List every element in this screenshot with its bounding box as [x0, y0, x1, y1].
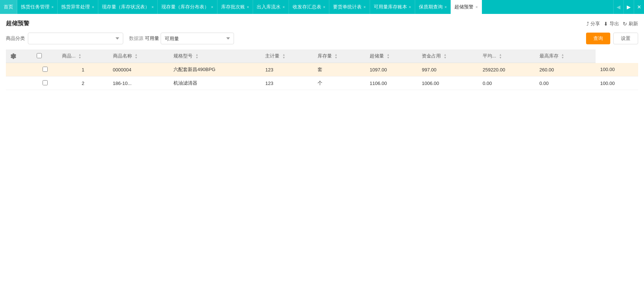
- th-capital[interactable]: 资金占用 ▲▼: [417, 49, 478, 63]
- cell-product-code: 0000004: [109, 63, 169, 77]
- nav-arrows: ◀ ▶ ✕: [613, 0, 644, 14]
- datasource-filter: 数据源 可用量 可用量 库存量: [129, 33, 234, 44]
- th-max-stock[interactable]: 最高库存 ▲▼: [535, 49, 596, 63]
- sort-icon-capital: ▲▼: [444, 53, 447, 59]
- sort-icon-unit: ▲▼: [282, 53, 285, 59]
- th-product-code[interactable]: 商品... ▲▼: [58, 49, 108, 63]
- settings-button[interactable]: 设置: [613, 33, 638, 44]
- cell-max-stock: 100.00: [596, 77, 638, 90]
- category-filter: 商品分类: [6, 33, 123, 44]
- nav-arrow-right[interactable]: ▶: [623, 0, 634, 14]
- nav-close-task-mgmt[interactable]: ×: [51, 5, 54, 9]
- gear-icon[interactable]: [10, 53, 16, 59]
- nav-close-abnormal[interactable]: ×: [92, 5, 94, 9]
- sort-icon-overstock: ▲▼: [387, 53, 390, 59]
- export-button[interactable]: ⬇ 导出: [604, 21, 619, 27]
- cell-spec: 123: [261, 63, 313, 77]
- th-capital-label: 资金占用: [422, 53, 441, 59]
- cell-row-num: 1: [58, 63, 108, 77]
- th-spec-label: 规格型号: [173, 53, 193, 59]
- nav-item-expiry[interactable]: 保质期查询 ×: [415, 0, 451, 14]
- cell-max-stock: 100.00: [596, 63, 638, 77]
- nav-item-home[interactable]: 首页: [0, 0, 17, 14]
- cell-overstock: 1006.00: [417, 77, 478, 90]
- nav-close-flow[interactable]: ×: [282, 5, 285, 9]
- nav-item-abnormal[interactable]: 拣货异常处理 ×: [58, 0, 98, 14]
- nav-close-collect[interactable]: ×: [323, 5, 325, 9]
- nav-arrow-close[interactable]: ✕: [634, 0, 644, 14]
- th-avg[interactable]: 平均... ▲▼: [478, 49, 535, 63]
- refresh-icon: ↻: [623, 21, 627, 27]
- th-product-name[interactable]: 商品名称 ▲▼: [109, 49, 169, 63]
- table-row: 10000004六配套新昌490BPG123套1097.00997.002592…: [6, 63, 638, 77]
- cell-product-name: 六配套新昌490BPG: [169, 63, 261, 77]
- nav-item-available[interactable]: 可用量库存账本 ×: [370, 0, 415, 14]
- page-actions: ⤴ 分享 ⬇ 导出 ↻ 刷新: [586, 21, 638, 27]
- nav-arrow-left[interactable]: ◀: [613, 0, 623, 14]
- nav-item-order-stat[interactable]: 要货单统计表 ×: [329, 0, 370, 14]
- nav-close-overstock[interactable]: ×: [475, 5, 477, 9]
- row-select-checkbox[interactable]: [43, 67, 48, 72]
- nav-item-stock-status[interactable]: 现存量（库存状况表） ×: [98, 0, 158, 14]
- top-nav: 首页拣货任务管理 ×拣货异常处理 ×现存量（库存状况表） ×现存量（库存分布表）…: [0, 0, 644, 14]
- datasource-label: 数据源: [129, 35, 143, 42]
- export-icon: ⬇: [604, 21, 608, 27]
- cell-checkbox: [32, 77, 58, 90]
- nav-close-available[interactable]: ×: [409, 5, 411, 9]
- filter-actions: 查询 设置: [586, 33, 638, 44]
- nav-item-collect[interactable]: 收发存汇总表 ×: [289, 0, 329, 14]
- nav-close-stock-dist[interactable]: ×: [211, 5, 213, 9]
- cell-checkbox: [32, 63, 58, 77]
- datasource-select[interactable]: 可用量 库存量: [161, 33, 234, 44]
- data-table-wrap: 商品... ▲▼ 商品名称 ▲▼ 规格型号 ▲▼ 主计量 ▲▼: [6, 49, 638, 90]
- cell-product-code: 186-10...: [109, 77, 169, 90]
- page-container: 超储预警 ⤴ 分享 ⬇ 导出 ↻ 刷新 商品分类 数据源 可用量: [0, 14, 644, 293]
- sort-icon-max-stock: ▲▼: [561, 53, 564, 59]
- sort-icon-stock: ▲▼: [334, 53, 337, 59]
- refresh-button[interactable]: ↻ 刷新: [623, 21, 638, 27]
- nav-item-flow[interactable]: 出入库流水 ×: [253, 0, 289, 14]
- th-overstock-label: 超储量: [370, 53, 384, 59]
- nav-close-order-stat[interactable]: ×: [363, 5, 366, 9]
- cell-capital: 259220.00: [478, 63, 535, 77]
- sort-icon-spec: ▲▼: [195, 53, 198, 59]
- th-max-stock-label: 最高库存: [539, 53, 559, 59]
- sort-icon-product-name: ▲▼: [135, 53, 138, 59]
- nav-close-batch[interactable]: ×: [247, 5, 249, 9]
- table-body: 10000004六配套新昌490BPG123套1097.00997.002592…: [6, 63, 638, 90]
- nav-item-stock-dist[interactable]: 现存量（库存分布表） ×: [158, 0, 217, 14]
- th-gear: [6, 49, 32, 63]
- th-stock[interactable]: 库存量 ▲▼: [313, 49, 365, 63]
- th-spec[interactable]: 规格型号 ▲▼: [169, 49, 261, 63]
- nav-close-expiry[interactable]: ×: [444, 5, 447, 9]
- share-button[interactable]: ⤴ 分享: [586, 21, 600, 27]
- datasource-value: 可用量: [145, 35, 159, 42]
- th-checkbox: [32, 49, 58, 63]
- cell-stock: 1106.00: [365, 77, 417, 90]
- row-select-checkbox[interactable]: [43, 80, 48, 85]
- th-overstock[interactable]: 超储量 ▲▼: [365, 49, 417, 63]
- th-unit[interactable]: 主计量 ▲▼: [261, 49, 313, 63]
- nav-item-batch[interactable]: 库存批次账 ×: [217, 0, 253, 14]
- filter-bar: 商品分类 数据源 可用量 可用量 库存量 查询 设置: [6, 33, 638, 44]
- share-icon: ⤴: [586, 21, 589, 27]
- data-table: 商品... ▲▼ 商品名称 ▲▼ 规格型号 ▲▼ 主计量 ▲▼: [6, 49, 638, 90]
- sort-icon-avg: ▲▼: [499, 53, 502, 59]
- cell-capital: 0.00: [478, 77, 535, 90]
- table-row: 2186-10...机油滤清器123个1106.001006.000.000.0…: [6, 77, 638, 90]
- category-select[interactable]: [28, 33, 123, 44]
- nav-item-overstock[interactable]: 超储预警 ×: [451, 0, 482, 14]
- table-header-row: 商品... ▲▼ 商品名称 ▲▼ 规格型号 ▲▼ 主计量 ▲▼: [6, 49, 638, 63]
- select-all-checkbox[interactable]: [37, 53, 42, 58]
- category-label: 商品分类: [6, 35, 25, 42]
- th-product-name-label: 商品名称: [113, 53, 132, 59]
- cell-overstock: 997.00: [417, 63, 478, 77]
- nav-item-task-mgmt[interactable]: 拣货任务管理 ×: [17, 0, 58, 14]
- cell-stock: 1097.00: [365, 63, 417, 77]
- th-unit-label: 主计量: [265, 53, 279, 59]
- cell-unit: 套: [313, 63, 365, 77]
- cell-spec: 123: [261, 77, 313, 90]
- th-product-code-label: 商品...: [62, 53, 76, 59]
- nav-close-stock-status[interactable]: ×: [151, 5, 154, 9]
- query-button[interactable]: 查询: [586, 33, 610, 44]
